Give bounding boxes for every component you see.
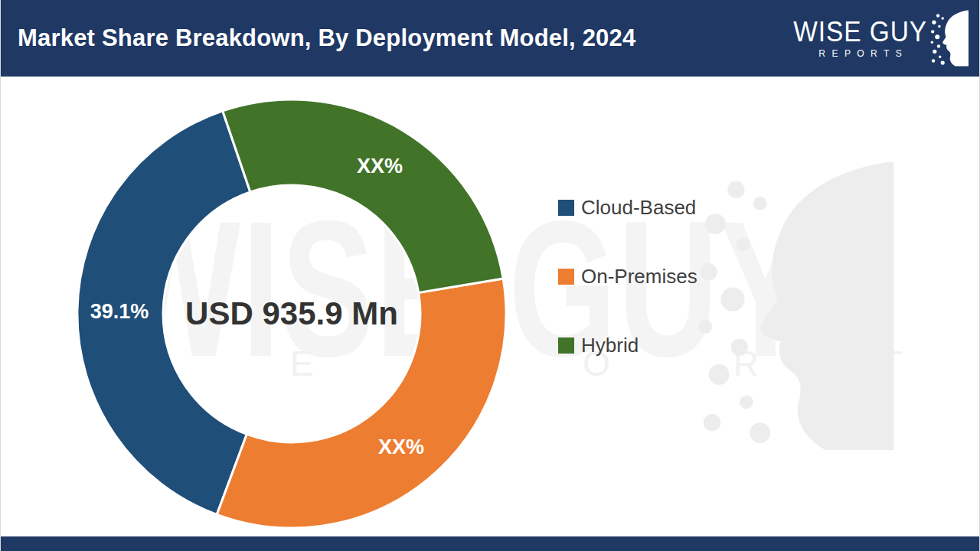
footer-bar — [1, 536, 980, 551]
slice-value-label-hybrid: XX% — [357, 155, 403, 178]
header-bar: Market Share Breakdown, By Deployment Mo… — [1, 0, 980, 77]
logo-brand-sub: REPORTS — [793, 47, 927, 60]
legend-label-on-premises: On-Premises — [581, 266, 697, 287]
donut-chart: 39.1% XX% XX% — [1, 0, 980, 551]
legend-swatch-hybrid — [558, 337, 574, 354]
donut-center-value: USD 935.9 Mn — [139, 292, 445, 335]
legend-item-on-premises: On-Premises — [558, 266, 697, 287]
slice-value-label-on-premises: XX% — [378, 435, 424, 458]
chart-legend: Cloud-Based On-Premises Hybrid — [558, 197, 697, 356]
legend-item-hybrid: Hybrid — [558, 334, 697, 356]
legend-item-cloud-based: Cloud-Based — [558, 197, 697, 218]
legend-label-cloud-based: Cloud-Based — [581, 197, 696, 218]
page-title: Market Share Breakdown, By Deployment Mo… — [1, 24, 635, 52]
head-profile-dots-icon — [929, 8, 969, 68]
legend-swatch-cloud-based — [558, 200, 574, 216]
legend-swatch-on-premises — [558, 269, 574, 285]
donut-slice-hybrid — [223, 99, 503, 292]
legend-label-hybrid: Hybrid — [581, 334, 639, 356]
logo-brand-name: WISE GUY — [793, 18, 927, 47]
wise-guy-logo: WISE GUY REPORTS — [783, 6, 969, 70]
infographic-page: Market Share Breakdown, By Deployment Mo… — [0, 0, 980, 551]
